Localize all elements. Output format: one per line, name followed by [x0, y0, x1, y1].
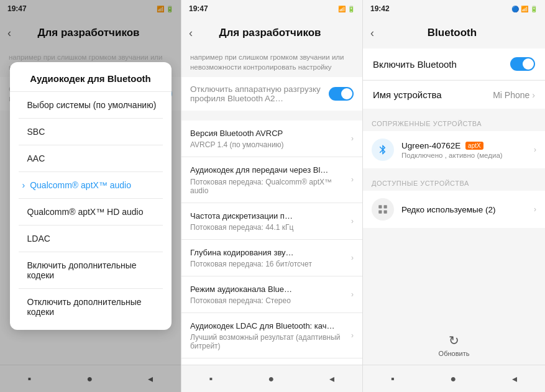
mid-gap1 — [181, 116, 362, 121]
mid-content: например при слишком громком звучании ил… — [181, 48, 362, 365]
right-top-bar: ‹ Bluetooth — [363, 17, 545, 48]
modal-item-6[interactable]: Включить дополнительные кодеки — [10, 252, 172, 288]
right-status-icons: 🔵 📶 🔋 — [511, 6, 538, 12]
available-section-label: ДОСТУПНЫЕ УСТРОЙСТВА — [363, 173, 545, 191]
chevron-0: › — [351, 134, 354, 143]
refresh-icon: ↻ — [449, 333, 459, 348]
svg-rect-3 — [384, 211, 387, 214]
paired-device-info: Ugreen-40762E aptX Подключено , активно … — [401, 141, 529, 159]
right-nav-circle[interactable]: ● — [437, 368, 469, 390]
right-wifi-icon: 🔋 — [530, 6, 538, 12]
available-device-item[interactable]: Редко используемые (2) › — [363, 191, 545, 228]
bt-device-name-value: Mi Phone › — [493, 90, 535, 100]
right-gap1 — [363, 109, 545, 114]
chevron-3: › — [351, 253, 354, 262]
right-signal-icon: 📶 — [521, 6, 528, 12]
right-panel: 19:42 🔵 📶 🔋 ‹ Bluetooth Включить Bluetoo… — [363, 0, 545, 392]
right-content: Включить Bluetooth Имя устройства Mi Pho… — [363, 48, 545, 365]
modal-box: Аудиокодек для Bluetooth Выбор системы (… — [10, 62, 172, 330]
paired-device-item[interactable]: Ugreen-40762E aptX Подключено , активно … — [363, 131, 545, 168]
mid-item-6[interactable]: Максимально разрешенное кол… Использоват… — [181, 358, 362, 365]
mid-signal-icon: 📶 — [338, 6, 346, 12]
refresh-button[interactable]: ↻ Обновить — [434, 328, 475, 362]
modal-item-2[interactable]: AAC — [10, 145, 172, 171]
available-device-name: Редко используемые (2) — [401, 205, 529, 214]
left-panel: 19:47 📶 🔋 ‹ Для разработчиков например п… — [0, 0, 181, 392]
paired-section-label: СОПРЯЖЕННЫЕ УСТРОЙСТВА — [363, 114, 545, 131]
paired-device-name: Ugreen-40762E aptX — [401, 141, 529, 150]
mid-back-button[interactable]: ‹ — [189, 27, 193, 40]
modal-item-5[interactable]: LDAC — [10, 226, 172, 252]
right-back-button[interactable]: ‹ — [370, 27, 374, 40]
modal-item-4[interactable]: Qualcomm® aptX™ HD audio — [10, 199, 172, 225]
right-bottom-nav: ▪ ● ◂ — [363, 365, 545, 392]
mid-bottom-nav: ▪ ● ◂ — [181, 365, 362, 392]
paired-device-status: Подключено , активно (медиа) — [401, 152, 529, 159]
aptx-badge: aptX — [465, 142, 483, 150]
mid-item-5[interactable]: Аудиокодек LDAC для Bluetooth: кач… Лучш… — [181, 313, 362, 358]
modal-overlay[interactable]: Аудиокодек для Bluetooth Выбор системы (… — [0, 0, 181, 392]
mid-item-1[interactable]: Аудиокодек для передачи через Bl… Потоко… — [181, 157, 362, 202]
bt-toggle-row: Включить Bluetooth — [363, 48, 545, 80]
mid-toggle-row: Отключить аппаратную разгрузку профиля B… — [181, 77, 362, 111]
mid-nav-back[interactable]: ◂ — [317, 368, 347, 390]
mid-item-0[interactable]: Версия Bluetooth AVRCP AVRCP 1.4 (по умо… — [181, 121, 362, 157]
right-title: Bluetooth — [382, 27, 523, 39]
svg-rect-1 — [384, 205, 387, 208]
paired-device-icon — [372, 139, 394, 161]
mid-title: Для разработчиков — [200, 27, 340, 39]
svg-rect-2 — [378, 211, 382, 214]
mid-item-3[interactable]: Глубина кодирования зву… Потоковая перед… — [181, 240, 362, 276]
bt-toggle-switch[interactable] — [510, 57, 535, 71]
check-icon-3: › — [22, 180, 25, 190]
mid-status-bar: 19:47 📶 🔋 — [181, 0, 362, 17]
mid-top-bar: ‹ Для разработчиков — [181, 17, 362, 48]
chevron-5: › — [351, 331, 354, 340]
right-time: 19:42 — [370, 4, 390, 13]
mid-status-icons: 📶 🔋 — [338, 6, 355, 12]
available-device-info: Редко используемые (2) — [401, 205, 529, 214]
mid-subtitle: например при слишком громком звучании ил… — [181, 48, 362, 77]
mid-nav-square[interactable]: ▪ — [197, 368, 226, 390]
svg-rect-0 — [378, 205, 382, 208]
mid-nav-circle[interactable]: ● — [256, 368, 287, 390]
mid-wifi-icon: 🔋 — [347, 6, 355, 12]
chevron-1: › — [351, 175, 354, 184]
mid-item-4[interactable]: Режим аудиоканала Blue… Потоковая переда… — [181, 276, 362, 312]
bt-toggle-label: Включить Bluetooth — [373, 59, 457, 70]
modal-item-0[interactable]: Выбор системы (по умолчанию) — [10, 92, 172, 118]
modal-title: Аудиокодек для Bluetooth — [10, 62, 172, 91]
available-device-icon — [372, 198, 394, 221]
mid-panel: 19:47 📶 🔋 ‹ Для разработчиков например п… — [181, 0, 363, 392]
chevron-2: › — [351, 217, 354, 226]
device-name-chevron: › — [532, 90, 535, 100]
modal-item-7[interactable]: Отключить дополнительные кодеки — [10, 289, 172, 325]
bt-device-name-row[interactable]: Имя устройства Mi Phone › — [363, 81, 545, 109]
mid-toggle-label: Отключить аппаратную разгрузку профиля B… — [190, 84, 329, 103]
mid-toggle-switch[interactable] — [329, 87, 354, 101]
chevron-4: › — [351, 290, 354, 299]
available-chevron: › — [534, 205, 536, 214]
modal-item-1[interactable]: SBC — [10, 119, 172, 145]
mid-item-2[interactable]: Частота дискретизации п… Потоковая перед… — [181, 203, 362, 239]
bt-device-name-label: Имя устройства — [373, 89, 442, 100]
paired-chevron: › — [534, 145, 536, 154]
modal-item-3[interactable]: › Qualcomm® aptX™ audio — [10, 172, 172, 198]
right-gap2 — [363, 168, 545, 173]
right-nav-square[interactable]: ▪ — [378, 368, 407, 390]
right-bt-icon: 🔵 — [511, 6, 519, 12]
right-status-bar: 19:42 🔵 📶 🔋 — [363, 0, 545, 17]
mid-time: 19:47 — [189, 4, 208, 13]
right-nav-back[interactable]: ◂ — [500, 368, 529, 390]
refresh-label: Обновить — [439, 350, 470, 357]
